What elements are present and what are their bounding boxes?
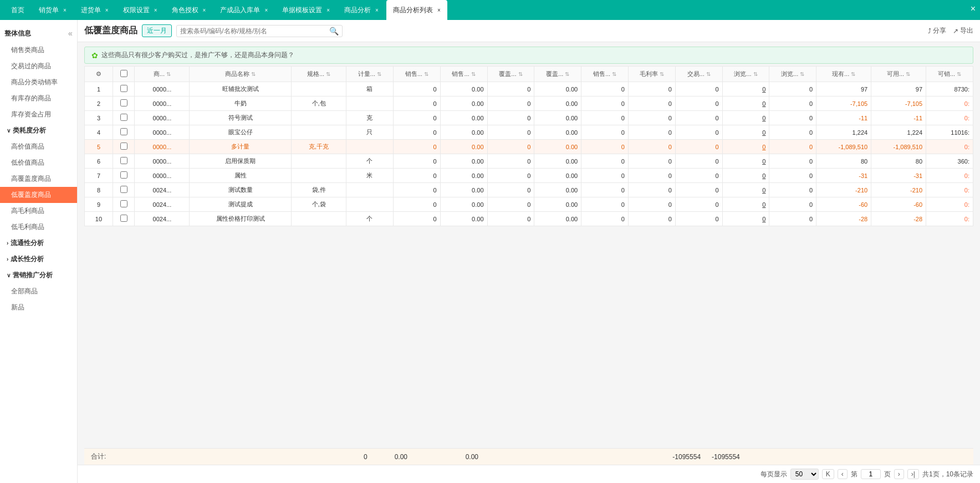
nav-sales-close[interactable]: × [63, 7, 67, 13]
top-nav: 首页 销货单 × 进货单 × 权限设置 × 角色授权 × 产成品入库单 × 单据… [0, 0, 980, 20]
row-num: 8 [85, 183, 113, 197]
select-all-checkbox[interactable] [120, 70, 127, 77]
browse1-cell[interactable]: 0 [722, 154, 769, 169]
main-layout: 整体信息 « 销售类商品 交易过的商品 商品分类动销率 有库存的商品 库存资金占… [0, 20, 980, 483]
close-all-tabs[interactable]: × [971, 4, 976, 13]
settings-col-header[interactable]: ⚙ [85, 67, 113, 82]
nav-purchase[interactable]: 进货单 × [74, 0, 115, 20]
sidebar-item-stocked-goods[interactable]: 有库存的商品 [0, 90, 77, 106]
nav-analysis[interactable]: 商品分析 × [338, 0, 385, 20]
row-checkbox[interactable] [120, 85, 127, 92]
nav-analysis-close[interactable]: × [375, 7, 379, 13]
browse1-cell[interactable]: 0 [722, 183, 769, 197]
sidebar-item-low-coverage[interactable]: 低覆盖度商品 [0, 187, 77, 203]
sidebar-section-growth[interactable]: ›成长性分析 [0, 251, 77, 267]
sidebar-item-high-value[interactable]: 高价值商品 [0, 139, 77, 155]
row-num: 3 [85, 111, 113, 125]
browse1-cell[interactable]: 0 [722, 212, 769, 226]
row-checkbox[interactable] [120, 143, 127, 150]
nav-purchase-close[interactable]: × [105, 7, 109, 13]
browse1-cell[interactable]: 0 [722, 96, 769, 111]
nav-permissions-close[interactable]: × [154, 7, 157, 13]
sales2-col-header[interactable]: 销售... ⇅ [440, 67, 487, 82]
row-checkbox[interactable] [120, 200, 127, 207]
nav-templates-close[interactable]: × [326, 7, 330, 13]
prev-page-button[interactable]: ‹ [838, 469, 848, 479]
row-checkbox-cell [113, 111, 135, 125]
sidebar-section-marketing[interactable]: ∨营销推广分析 [0, 267, 77, 283]
cover2-col-header[interactable]: 覆盖... ⇅ [534, 67, 581, 82]
curr-col-header[interactable]: 现有... ⇅ [816, 67, 871, 82]
footer-sales1: 0 [349, 453, 382, 461]
browse1-cell[interactable]: 0 [722, 140, 769, 154]
sidebar-item-high-profit[interactable]: 高毛利商品 [0, 203, 77, 219]
sidebar-item-new-goods[interactable]: 新品 [0, 299, 77, 316]
first-page-button[interactable]: K [822, 469, 834, 479]
nav-home[interactable]: 首页 [4, 0, 31, 20]
nav-roles-close[interactable]: × [203, 7, 206, 13]
row-checkbox[interactable] [120, 99, 127, 106]
export-button[interactable]: ↗ 导出 [953, 26, 973, 35]
browse1-cell[interactable]: 0 [722, 111, 769, 125]
share-button[interactable]: ⤴ 分享 [928, 26, 946, 35]
content-area: 低覆盖度商品 近一月 🔍 ⤴ 分享 ↗ 导出 ✿ 这些商品只有很少客户购买过，是… [78, 20, 980, 483]
last-page-button[interactable]: ›| [907, 469, 919, 479]
avail-col-header[interactable]: 可用... ⇅ [871, 67, 926, 82]
row-checkbox[interactable] [120, 171, 127, 179]
nav-analysis-list[interactable]: 商品分析列表 × [386, 0, 447, 20]
nav-templates[interactable]: 单据模板设置 × [275, 0, 336, 20]
gross-col-header[interactable]: 毛利率 ⇅ [628, 67, 675, 82]
browse1-cell[interactable]: 0 [722, 125, 769, 140]
row-checkbox[interactable] [120, 186, 127, 193]
spec-col-header[interactable]: 规格... ⇅ [292, 67, 346, 82]
table-row: 30000...符号测试克00.0000.0000000-11-110: [85, 111, 973, 125]
name-col-header[interactable]: 商品名称 ⇅ [190, 67, 292, 82]
table-row: 70000...属性米00.0000.0000000-31-310: [85, 169, 973, 183]
search-icon[interactable]: 🔍 [329, 27, 339, 35]
search-input[interactable] [180, 27, 327, 35]
footer-curr: -1095554 [668, 453, 705, 461]
browse2-col-header[interactable]: 浏览... ⇅ [769, 67, 816, 82]
sale-col-header[interactable]: 可销... ⇅ [926, 67, 973, 82]
browse1-cell[interactable]: 0 [722, 169, 769, 183]
nav-analysis-list-close[interactable]: × [437, 7, 441, 13]
browse1-cell[interactable]: 0 [722, 197, 769, 212]
time-filter-button[interactable]: 近一月 [142, 24, 172, 37]
page-number-input[interactable] [861, 469, 881, 479]
code-col-header[interactable]: 商... ⇅ [135, 67, 190, 82]
row-checkbox[interactable] [120, 157, 127, 164]
nav-roles[interactable]: 角色授权 × [165, 0, 213, 20]
browse1-col-header[interactable]: 浏览... ⇅ [722, 67, 769, 82]
nav-permissions[interactable]: 权限设置 × [116, 0, 164, 20]
sidebar-collapse-button[interactable]: « [66, 27, 75, 40]
sidebar-item-low-value[interactable]: 低价值商品 [0, 155, 77, 171]
content-header: 低覆盖度商品 近一月 🔍 ⤴ 分享 ↗ 导出 [78, 20, 980, 42]
sidebar-item-all-goods[interactable]: 全部商品 [0, 283, 77, 299]
per-page-select[interactable]: 50 100 200 [790, 469, 819, 480]
total-records-label: 共1页，10条记录 [922, 470, 973, 479]
row-checkbox[interactable] [120, 128, 127, 135]
browse1-cell[interactable]: 0 [722, 82, 769, 96]
sidebar-item-high-coverage[interactable]: 高覆盖度商品 [0, 171, 77, 187]
nav-products-in[interactable]: 产成品入库单 × [213, 0, 274, 20]
sales3-col-header[interactable]: 销售... ⇅ [581, 67, 629, 82]
table-container[interactable]: ⚙ 商... ⇅ 商品名称 ⇅ 规格... ⇅ 计量... ⇅ 销售... ⇅ … [84, 66, 973, 448]
unit-col-header[interactable]: 计量... ⇅ [346, 67, 394, 82]
sidebar-item-stock-capital[interactable]: 库存资金占用 [0, 106, 77, 123]
cover1-col-header[interactable]: 覆盖... ⇅ [487, 67, 534, 82]
check-col-header[interactable] [113, 67, 135, 82]
trans-col-header[interactable]: 交易... ⇅ [675, 67, 722, 82]
nav-sales[interactable]: 销货单 × [32, 0, 73, 20]
sales1-col-header[interactable]: 销售... ⇅ [393, 67, 440, 82]
sidebar-item-sales-goods[interactable]: 销售类商品 [0, 42, 77, 58]
table-body: 10000...旺辅批次测试箱00.0000.000000097978730:2… [85, 82, 973, 226]
nav-products-in-close[interactable]: × [264, 7, 268, 13]
sidebar-item-category-rate[interactable]: 商品分类动销率 [0, 74, 77, 90]
next-page-button[interactable]: › [894, 469, 904, 479]
row-checkbox[interactable] [120, 215, 127, 222]
sidebar-item-traded-goods[interactable]: 交易过的商品 [0, 58, 77, 74]
sidebar-section-consumption[interactable]: ∨类耗度分析 [0, 123, 77, 139]
sidebar-section-liquidity[interactable]: ›流通性分析 [0, 235, 77, 251]
row-checkbox[interactable] [120, 114, 127, 121]
sidebar-item-low-profit[interactable]: 低毛利商品 [0, 219, 77, 235]
